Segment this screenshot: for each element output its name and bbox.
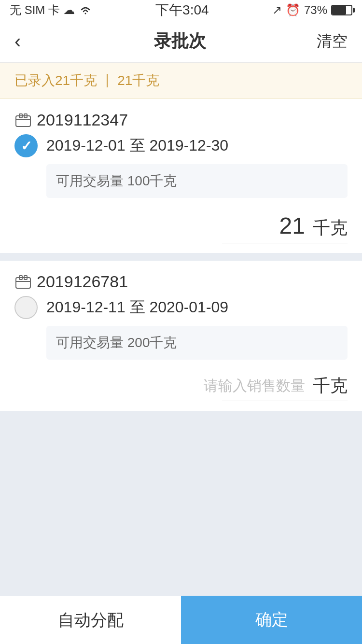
footer: 自动分配 确定: [0, 596, 362, 644]
section-divider: [0, 253, 362, 261]
batch-2-header: 2019126781: [14, 272, 348, 291]
batch-1-quantity-value[interactable]: 21: [279, 212, 305, 239]
status-bar: 无 SIM 卡 ☁ 下午3:04 ↗ ⏰ 73%: [0, 0, 362, 20]
alarm-icon: ⏰: [286, 3, 300, 17]
no-sim-label: 无 SIM 卡 ☁: [10, 2, 75, 18]
batch-item-1: 2019112347 ✓ 2019-12-01 至 2019-12-30 可用交…: [0, 99, 362, 208]
batch-2-unit: 千克: [313, 374, 348, 398]
batch-1-header: 2019112347: [14, 111, 348, 129]
bottom-spacer: [0, 411, 362, 596]
batch-1-available: 可用交易量 100千克: [46, 164, 348, 198]
batch-2-radio[interactable]: [14, 296, 38, 319]
info-banner: 已录入21千克 21千克: [0, 63, 362, 99]
batch-2-underline: [222, 401, 348, 401]
batch-1-input-container: 21 千克: [0, 208, 362, 253]
batch-1-unit: 千克: [313, 216, 348, 240]
confirm-button[interactable]: 确定: [181, 596, 362, 644]
batch-1-quantity-row: 21 千克: [279, 212, 348, 240]
svg-rect-4: [16, 278, 30, 288]
clear-button[interactable]: 清空: [317, 31, 348, 52]
batch-2-input-container: 请输入销售数量 千克: [0, 369, 362, 411]
batch-1-underline: [222, 243, 348, 243]
battery-percent: 73%: [304, 3, 327, 17]
batch-1-id: 2019112347: [37, 111, 128, 129]
batch-1-date: 2019-12-01 至 2019-12-30: [46, 135, 228, 156]
wifi-icon: [79, 5, 92, 15]
location-icon: ↗: [272, 3, 282, 17]
auto-distribute-button[interactable]: 自动分配: [0, 596, 181, 644]
svg-rect-0: [16, 116, 30, 126]
status-time: 下午3:04: [155, 1, 209, 19]
batch-1-icon: [14, 112, 32, 128]
nav-bar: ‹ 录批次 清空: [0, 20, 362, 63]
battery-icon: [331, 5, 352, 15]
recorded-amount: 已录入21千克: [14, 71, 97, 90]
batch-2-date-row[interactable]: 2019-12-11 至 2020-01-09: [14, 296, 348, 319]
batch-2-id: 2019126781: [37, 272, 128, 291]
status-right: ↗ ⏰ 73%: [272, 3, 352, 17]
batch-section-1: 2019112347 ✓ 2019-12-01 至 2019-12-30 可用交…: [0, 99, 362, 253]
banner-divider: [107, 74, 108, 87]
batch-item-2: 2019126781 2019-12-11 至 2020-01-09 可用交易量…: [0, 261, 362, 369]
batch-2-input-row[interactable]: 请输入销售数量 千克: [0, 369, 362, 398]
batch-1-radio[interactable]: ✓: [14, 134, 38, 157]
amount-value: 21千克: [117, 71, 159, 90]
page-title: 录批次: [154, 29, 206, 53]
back-button[interactable]: ‹: [14, 30, 43, 52]
batch-2-icon: [14, 274, 32, 290]
batch-2-placeholder[interactable]: 请输入销售数量: [204, 376, 305, 396]
batch-1-date-row[interactable]: ✓ 2019-12-01 至 2019-12-30: [14, 134, 348, 157]
batch-section-2: 2019126781 2019-12-11 至 2020-01-09 可用交易量…: [0, 261, 362, 411]
batch-2-date: 2019-12-11 至 2020-01-09: [46, 297, 228, 318]
status-left: 无 SIM 卡 ☁: [10, 2, 92, 18]
batch-1-quantity-display: 21 千克: [0, 208, 362, 243]
batch-2-available: 可用交易量 200千克: [46, 326, 348, 360]
check-icon: ✓: [21, 138, 32, 154]
